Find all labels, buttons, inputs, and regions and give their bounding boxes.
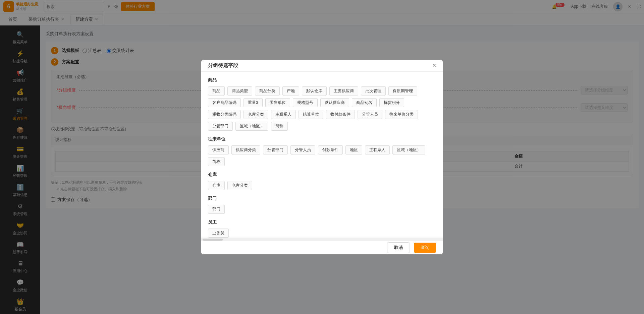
field-tag-settlement-unit[interactable]: 结算单位 — [299, 110, 323, 119]
field-tag-region[interactable]: 区域（地区） — [235, 122, 268, 131]
field-tag-product[interactable]: 商品 — [208, 86, 225, 96]
modal-header: 分组待选字段 × — [201, 60, 443, 72]
cancel-button[interactable]: 取消 — [387, 242, 410, 253]
modal-hscroll[interactable] — [201, 238, 443, 241]
field-tag-counterpart-category[interactable]: 往来单位分类 — [385, 110, 418, 119]
field-tag-warehouse-category[interactable]: 仓库分类 — [244, 110, 268, 119]
section-counterpart-title: 往来单位 — [208, 136, 436, 142]
field-tag-origin[interactable]: 产地 — [282, 86, 299, 96]
field-tag-supervisor[interactable]: 分管人员 — [358, 110, 382, 119]
hscroll-thumb[interactable] — [203, 239, 223, 241]
field-tag-product-alias[interactable]: 商品别名 — [352, 98, 377, 107]
section-department-tags: 部门 — [208, 205, 436, 214]
field-tag-main-contact[interactable]: 主联系人 — [271, 110, 296, 119]
section-department-title: 部门 — [208, 195, 436, 201]
field-tag-weight3[interactable]: 重量3 — [244, 98, 263, 107]
modal-body: 商品 商品 商品类型 商品分类 产地 默认仓库 主要供应商 批次管理 保质期管理… — [201, 72, 443, 238]
section-department: 部门 部门 — [208, 195, 436, 214]
field-tag-managed-dept[interactable]: 分管部门 — [263, 145, 288, 154]
field-select-modal: 分组待选字段 × 商品 商品 商品类型 商品分类 产地 默认仓库 主要供应商 批… — [201, 60, 443, 254]
section-warehouse: 仓库 仓库 仓库分类 — [208, 172, 436, 190]
field-tag-shelf-life[interactable]: 保质期管理 — [388, 86, 417, 96]
field-tag-short-name2[interactable]: 简称 — [208, 157, 225, 166]
field-tag-tax-code[interactable]: 税收分类编码 — [208, 110, 241, 119]
section-product-title: 商品 — [208, 77, 436, 83]
field-tag-default-supplier[interactable]: 默认供应商 — [320, 98, 349, 107]
field-tag-warehouse-cat[interactable]: 仓库分类 — [227, 181, 252, 190]
field-tag-dept[interactable]: 分管部门 — [208, 122, 233, 131]
modal-footer: 取消 查询 — [201, 241, 443, 254]
section-counterpart: 往来单位 供应商 供应商分类 分管部门 分管人员 付款条件 地区 主联系人 区域… — [208, 136, 436, 166]
section-product: 商品 商品 商品类型 商品分类 产地 默认仓库 主要供应商 批次管理 保质期管理… — [208, 77, 436, 131]
field-tag-main-contact2[interactable]: 主联系人 — [365, 145, 390, 154]
field-tag-main-supplier[interactable]: 主要供应商 — [329, 86, 358, 96]
field-tag-batch-mgmt[interactable]: 批次管理 — [361, 86, 386, 96]
section-counterpart-tags: 供应商 供应商分类 分管部门 分管人员 付款条件 地区 主联系人 区域（地区） … — [208, 145, 436, 166]
modal-title: 分组待选字段 — [208, 62, 238, 69]
field-tag-product-category[interactable]: 商品分类 — [255, 86, 280, 96]
field-tag-department[interactable]: 部门 — [208, 205, 225, 214]
modal-overlay: 分组待选字段 × 商品 商品 商品类型 商品分类 产地 默认仓库 主要供应商 批… — [0, 0, 644, 314]
field-tag-pick-points[interactable]: 拣货积分 — [379, 98, 404, 107]
field-tag-short-name[interactable]: 简称 — [271, 122, 288, 131]
section-warehouse-title: 仓库 — [208, 172, 436, 178]
field-tag-warehouse[interactable]: 仓库 — [208, 181, 225, 190]
section-staff-title: 员工 — [208, 219, 436, 225]
section-product-tags: 商品 商品类型 商品分类 产地 默认仓库 主要供应商 批次管理 保质期管理 客户… — [208, 86, 436, 131]
field-tag-product-type[interactable]: 商品类型 — [227, 86, 252, 96]
field-tag-payment-terms[interactable]: 收付款条件 — [326, 110, 355, 119]
field-tag-area[interactable]: 地区 — [345, 145, 362, 154]
field-tag-retail-unit[interactable]: 零售单位 — [265, 98, 290, 107]
field-tag-supplier[interactable]: 供应商 — [208, 145, 229, 154]
field-tag-payment-cond[interactable]: 付款条件 — [318, 145, 343, 154]
field-tag-region2[interactable]: 区域（地区） — [392, 145, 425, 154]
field-tag-supplier-category[interactable]: 供应商分类 — [231, 145, 260, 154]
section-staff-tags: 业务员 — [208, 229, 436, 238]
confirm-button[interactable]: 查询 — [414, 243, 436, 253]
section-warehouse-tags: 仓库 仓库分类 — [208, 181, 436, 190]
modal-close-btn[interactable]: × — [432, 62, 436, 69]
section-staff: 员工 业务员 — [208, 219, 436, 238]
field-tag-managed-person[interactable]: 分管人员 — [290, 145, 315, 154]
field-tag-salesperson[interactable]: 业务员 — [208, 229, 229, 238]
field-tag-default-warehouse[interactable]: 默认仓库 — [302, 86, 327, 96]
field-tag-customer-code[interactable]: 客户商品编码 — [208, 98, 241, 107]
field-tag-spec-model[interactable]: 规格型号 — [293, 98, 318, 107]
